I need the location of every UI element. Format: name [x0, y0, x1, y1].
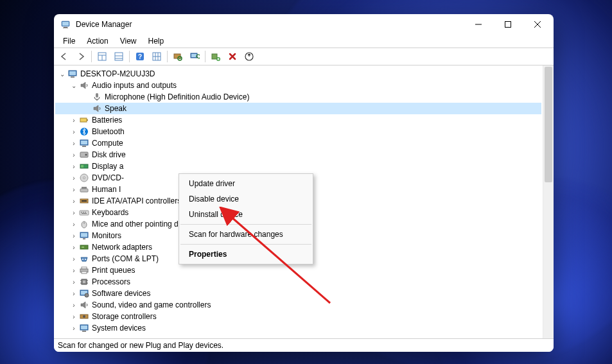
chevron-right-icon[interactable]: › [69, 289, 78, 298]
chevron-right-icon[interactable]: › [69, 220, 78, 229]
ctx-properties[interactable]: Properties [180, 247, 312, 262]
tree-category-sound[interactable]: ›Sound, video and game controllers [55, 299, 541, 311]
toolbar-separator [129, 51, 130, 62]
tree-category-processors[interactable]: ›Processors [55, 276, 541, 288]
context-menu: Update driver Disable device Uninstall d… [179, 173, 313, 264]
svg-rect-2 [64, 27, 67, 28]
chevron-down-icon[interactable]: ⌄ [58, 69, 67, 78]
svg-rect-56 [81, 233, 87, 237]
back-button[interactable] [57, 49, 72, 64]
monitor-refresh-icon[interactable] [187, 49, 202, 64]
content-area: ⌄ DESKTOP-M2UUJ3D ⌄ Audio inputs and out… [54, 65, 554, 339]
svg-text:?: ? [138, 53, 142, 60]
svg-rect-28 [69, 71, 76, 75]
chevron-right-icon[interactable]: › [69, 150, 78, 159]
close-button[interactable] [523, 14, 552, 35]
dvd-icon [79, 173, 89, 183]
tree-category-batteries[interactable]: ›Batteries [55, 114, 541, 126]
monitor-icon [79, 138, 89, 148]
tree-category-system[interactable]: ›System devices [55, 322, 541, 334]
scrollbar-thumb[interactable] [545, 67, 552, 182]
ctx-scan-hardware[interactable]: Scan for hardware changes [180, 227, 312, 242]
microphone-label: Microphone (High Definition Audio Device… [105, 92, 249, 101]
menu-view[interactable]: View [115, 36, 142, 46]
ctx-uninstall-device[interactable]: Uninstall device [180, 207, 312, 222]
svg-point-39 [85, 154, 87, 156]
chevron-right-icon[interactable]: › [69, 312, 78, 321]
svg-rect-44 [80, 189, 88, 192]
svg-rect-77 [81, 325, 87, 329]
svg-rect-3 [63, 28, 68, 28]
add-legacy-icon[interactable] [208, 49, 223, 64]
monitor-icon [79, 230, 89, 241]
menu-file[interactable]: File [58, 36, 80, 46]
chevron-right-icon[interactable]: › [69, 277, 78, 286]
tree-category-display[interactable]: ›Display a [55, 160, 541, 172]
menu-action[interactable]: Action [82, 36, 113, 46]
chevron-right-icon[interactable]: › [69, 231, 78, 240]
toolbar-grid2-icon[interactable] [111, 49, 127, 64]
minimize-button[interactable] [464, 14, 493, 35]
statusbar: Scan for changed or new Plug and Play de… [54, 339, 554, 352]
tree-device-microphone[interactable]: Microphone (High Definition Audio Device… [55, 91, 541, 103]
tree-root[interactable]: ⌄ DESKTOP-M2UUJ3D [55, 68, 541, 80]
chevron-right-icon[interactable]: › [69, 208, 78, 217]
ctx-update-driver[interactable]: Update driver [180, 176, 312, 191]
chevron-right-icon[interactable]: › [69, 243, 78, 252]
tree-category-disk[interactable]: ›Disk drive [55, 149, 541, 160]
vertical-scrollbar[interactable] [543, 65, 554, 338]
computer-icon [67, 69, 78, 79]
chevron-right-icon[interactable]: › [69, 127, 78, 136]
chevron-right-icon[interactable]: › [69, 139, 78, 148]
tree-device-speakers[interactable]: Speak [55, 103, 541, 114]
scan-hardware-icon[interactable] [170, 49, 186, 64]
chevron-right-icon[interactable]: › [69, 196, 78, 205]
chevron-right-icon[interactable]: › [69, 185, 78, 194]
svg-rect-48 [80, 211, 89, 215]
titlebar[interactable]: Device Manager [54, 14, 554, 35]
chevron-down-icon[interactable]: ⌄ [69, 81, 78, 90]
svg-rect-24 [212, 54, 217, 59]
port-icon [79, 254, 89, 264]
menu-help[interactable]: Help [143, 36, 170, 46]
tree-category-software[interactable]: ›Software devices [55, 288, 541, 299]
svg-point-60 [82, 259, 83, 260]
maximize-button[interactable] [493, 14, 523, 35]
disk-icon [79, 150, 89, 160]
chevron-right-icon[interactable]: › [69, 173, 78, 182]
svg-rect-52 [82, 213, 87, 214]
toolbar-grid1-icon[interactable] [94, 49, 110, 64]
toolbar-grid3-icon[interactable] [149, 49, 164, 64]
speaker-icon [79, 80, 89, 91]
chevron-right-icon[interactable]: › [69, 266, 78, 275]
svg-point-75 [83, 315, 85, 318]
svg-rect-49 [81, 212, 82, 212]
tree-category-computer[interactable]: ›Compute [55, 137, 541, 149]
svg-rect-36 [81, 141, 87, 144]
svg-rect-51 [85, 212, 86, 212]
chevron-right-icon[interactable]: › [69, 254, 78, 263]
chevron-right-icon[interactable]: › [69, 162, 78, 171]
remove-icon[interactable] [225, 49, 240, 64]
tree-category-audio[interactable]: ⌄ Audio inputs and outputs [55, 80, 541, 91]
svg-rect-47 [82, 200, 87, 202]
svg-rect-66 [83, 281, 85, 283]
chevron-right-icon[interactable]: › [69, 300, 78, 309]
svg-rect-50 [83, 212, 84, 212]
svg-rect-1 [62, 22, 69, 26]
microphone-icon [92, 92, 102, 102]
chevron-right-icon[interactable]: › [69, 324, 78, 333]
svg-rect-29 [71, 76, 74, 78]
svg-rect-41 [81, 165, 83, 168]
chevron-right-icon[interactable]: › [69, 116, 78, 125]
update-icon[interactable] [241, 49, 257, 64]
context-menu-separator [180, 224, 311, 225]
forward-button[interactable] [73, 49, 89, 64]
ctx-disable-device[interactable]: Disable device [180, 191, 312, 207]
speaker-icon [92, 103, 102, 114]
help-icon[interactable]: ? [132, 49, 148, 64]
tree-category-print[interactable]: ›Print queues [55, 264, 541, 276]
printer-icon [79, 265, 89, 275]
tree-category-bluetooth[interactable]: ›Bluetooth [55, 126, 541, 137]
tree-category-storage[interactable]: ›Storage controllers [55, 311, 541, 322]
